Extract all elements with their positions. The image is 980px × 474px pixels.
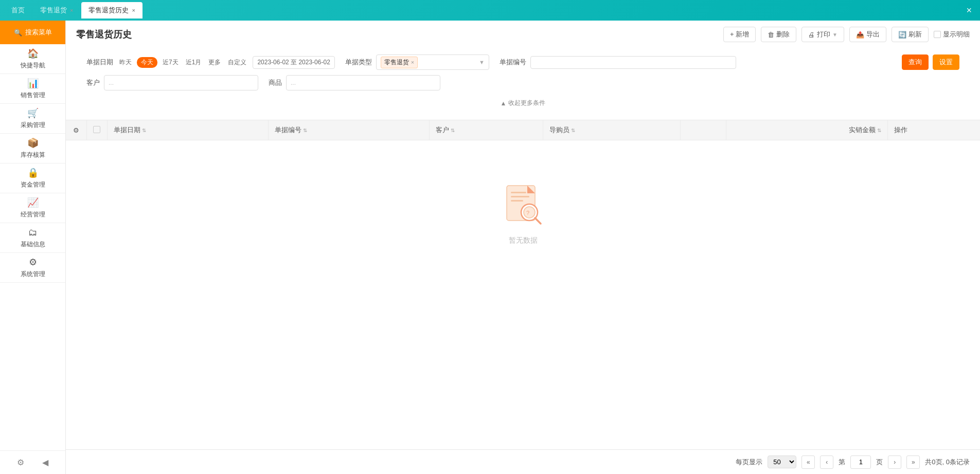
table-wrapper: ⚙ 单据日期 ⇅ 单据编号 bbox=[66, 120, 980, 449]
chevron-up-icon: ▲ bbox=[501, 100, 507, 107]
sidebar-search[interactable]: 🔍 搜索菜单 bbox=[0, 21, 65, 44]
th-action: 操作 bbox=[887, 120, 980, 140]
base-info-icon: 🗂 bbox=[28, 227, 38, 238]
sys-mgmt-icon: ⚙ bbox=[29, 257, 37, 268]
th-amount[interactable]: 实销金额 ⇅ bbox=[726, 120, 887, 140]
sort-customer-icon: ⇅ bbox=[451, 127, 455, 133]
tab-return-close[interactable]: × bbox=[70, 7, 73, 13]
shortcut-more[interactable]: 更多 bbox=[206, 57, 223, 68]
customer-placeholder: ... bbox=[109, 79, 114, 86]
tab-return-history[interactable]: 零售退货历史 × bbox=[81, 2, 142, 19]
sidebar-item-label-base-info: 基础信息 bbox=[21, 240, 45, 249]
date-range-input[interactable]: 2023-06-02 至 2023-06-02 bbox=[253, 56, 334, 69]
sales-mgmt-icon: 📊 bbox=[27, 78, 39, 89]
settings-bottom-icon[interactable]: ⚙ bbox=[17, 458, 24, 467]
th-checkbox[interactable] bbox=[86, 120, 107, 140]
goods-placeholder: ... bbox=[291, 79, 296, 86]
delete-icon: 🗑 bbox=[768, 31, 774, 39]
voucher-type-select-inner: 零售退货 × bbox=[381, 57, 479, 68]
tab-return-label: 零售退货 bbox=[40, 6, 67, 15]
sidebar-item-label-purchase: 采购管理 bbox=[21, 121, 45, 130]
print-arrow-icon: ▼ bbox=[832, 32, 838, 38]
date-shortcuts: 昨天 今天 近7天 近1月 更多 自定义 bbox=[117, 57, 248, 68]
show-detail-label[interactable]: 显示明细 bbox=[934, 30, 970, 39]
new-button[interactable]: + 新增 bbox=[723, 27, 756, 42]
shortcut-7days[interactable]: 近7天 bbox=[161, 57, 181, 68]
last-page-button[interactable]: » bbox=[906, 455, 920, 469]
filter-customer-item: 客户 ... bbox=[86, 75, 258, 90]
top-bar: 首页 零售退货 × 零售退货历史 × × bbox=[0, 0, 980, 21]
sidebar-search-label: 搜索菜单 bbox=[25, 28, 52, 37]
sort-guide-icon: ⇅ bbox=[571, 127, 575, 133]
filter-voucher-type-label: 单据类型 bbox=[345, 58, 372, 67]
shortcut-today[interactable]: 今天 bbox=[137, 57, 157, 68]
th-guide[interactable]: 导购员 ⇅ bbox=[543, 120, 681, 140]
tab-bar: 首页 零售退货 × 零售退货历史 × bbox=[4, 2, 962, 19]
sidebar-nav: 🏠 快捷导航 📊 销售管理 🛒 采购管理 📦 库存核算 🔒 资金管理 📈 bbox=[0, 44, 65, 450]
tab-home[interactable]: 首页 bbox=[4, 2, 32, 19]
th-date[interactable]: 单据日期 ⇅ bbox=[107, 120, 268, 140]
refresh-button[interactable]: 🔄 刷新 bbox=[892, 27, 929, 42]
collapse-more-button[interactable]: ▲ 收起更多条件 bbox=[86, 96, 959, 114]
filter-date-label: 单据日期 bbox=[86, 58, 113, 67]
voucher-no-input[interactable] bbox=[530, 56, 736, 69]
export-icon: 📤 bbox=[856, 31, 864, 39]
filter-goods-item: 商品 ... bbox=[269, 75, 440, 90]
sort-no-icon: ⇅ bbox=[303, 127, 307, 133]
sidebar-item-finance[interactable]: 🔒 资金管理 bbox=[0, 163, 65, 193]
page-number-input[interactable] bbox=[850, 455, 871, 469]
goods-select-inner: ... bbox=[291, 79, 436, 86]
th-no[interactable]: 单据编号 ⇅ bbox=[268, 120, 429, 140]
tab-return[interactable]: 零售退货 × bbox=[33, 2, 80, 19]
customer-select[interactable]: ... bbox=[104, 75, 258, 90]
table-settings-icon[interactable]: ⚙ bbox=[73, 126, 79, 134]
empty-text: 暂无数据 bbox=[509, 236, 538, 245]
per-page-select[interactable]: 50 10 20 100 bbox=[768, 455, 796, 468]
voucher-type-select[interactable]: 零售退货 × ▼ bbox=[376, 54, 489, 70]
sidebar-item-quick-nav[interactable]: 🏠 快捷导航 bbox=[0, 44, 65, 74]
delete-button[interactable]: 🗑 删除 bbox=[761, 27, 796, 42]
tab-return-history-close[interactable]: × bbox=[132, 7, 135, 13]
shortcut-1month[interactable]: 近1月 bbox=[184, 57, 204, 68]
pagination-bar: 每页显示 50 10 20 100 « ‹ 第 页 › » 共0页, 0条记录 bbox=[66, 449, 980, 474]
goods-select[interactable]: ... bbox=[286, 75, 440, 90]
th-customer[interactable]: 客户 ⇅ bbox=[430, 120, 543, 140]
operations-icon: 📈 bbox=[27, 197, 39, 208]
per-page-label: 每页显示 bbox=[736, 458, 762, 467]
export-button[interactable]: 📤 导出 bbox=[849, 27, 886, 42]
empty-icon: ? bbox=[497, 181, 549, 228]
tab-return-history-label: 零售退货历史 bbox=[88, 6, 129, 15]
shortcut-yesterday[interactable]: 昨天 bbox=[117, 57, 134, 68]
window-close-button[interactable]: × bbox=[962, 5, 976, 16]
sidebar-item-label-sales: 销售管理 bbox=[21, 91, 45, 100]
print-button[interactable]: 🖨 打印 ▼ bbox=[801, 27, 844, 42]
date-range-value: 2023-06-02 至 2023-06-02 bbox=[257, 58, 330, 67]
filter-date-item: 单据日期 昨天 今天 近7天 近1月 更多 自定义 2023-06-02 至 2… bbox=[86, 56, 335, 69]
filter-voucher-no-item: 单据编号 bbox=[500, 56, 736, 69]
filter-voucher-type-item: 单据类型 零售退货 × ▼ bbox=[345, 54, 489, 70]
next-page-button[interactable]: › bbox=[888, 455, 901, 469]
prev-page-button[interactable]: ‹ bbox=[820, 455, 833, 469]
sidebar-item-sys-mgmt[interactable]: ⚙ 系统管理 bbox=[0, 253, 65, 283]
setting-button[interactable]: 设置 bbox=[933, 54, 959, 70]
show-detail-checkbox[interactable] bbox=[934, 31, 941, 38]
shortcut-custom[interactable]: 自定义 bbox=[226, 57, 248, 68]
table-header-row: ⚙ 单据日期 ⇅ 单据编号 bbox=[66, 120, 980, 140]
voucher-type-tag-close[interactable]: × bbox=[411, 59, 414, 65]
refresh-icon: 🔄 bbox=[898, 31, 906, 39]
toggle-sidebar-icon[interactable]: ◀ bbox=[42, 458, 48, 467]
sidebar-item-purchase-mgmt[interactable]: 🛒 采购管理 bbox=[0, 104, 65, 134]
select-all-checkbox[interactable] bbox=[93, 126, 100, 133]
sidebar-item-operations[interactable]: 📈 经营管理 bbox=[0, 193, 65, 223]
page-title-row: 零售退货历史 + 新增 🗑 删除 🖨 打印 ▼ 📤 导出 bbox=[76, 27, 970, 42]
sidebar-bottom: ⚙ ◀ bbox=[0, 450, 65, 474]
sidebar-item-base-info[interactable]: 🗂 基础信息 bbox=[0, 223, 65, 253]
sidebar-item-inventory[interactable]: 📦 库存核算 bbox=[0, 134, 65, 163]
main-layout: 🔍 搜索菜单 🏠 快捷导航 📊 销售管理 🛒 采购管理 📦 库存核算 🔒 bbox=[0, 21, 980, 474]
tab-home-label: 首页 bbox=[11, 6, 25, 15]
first-page-button[interactable]: « bbox=[801, 455, 815, 469]
svg-line-6 bbox=[535, 218, 541, 224]
sidebar-item-sales-mgmt[interactable]: 📊 销售管理 bbox=[0, 74, 65, 104]
query-button[interactable]: 查询 bbox=[902, 54, 929, 70]
th-settings[interactable]: ⚙ bbox=[66, 120, 86, 140]
